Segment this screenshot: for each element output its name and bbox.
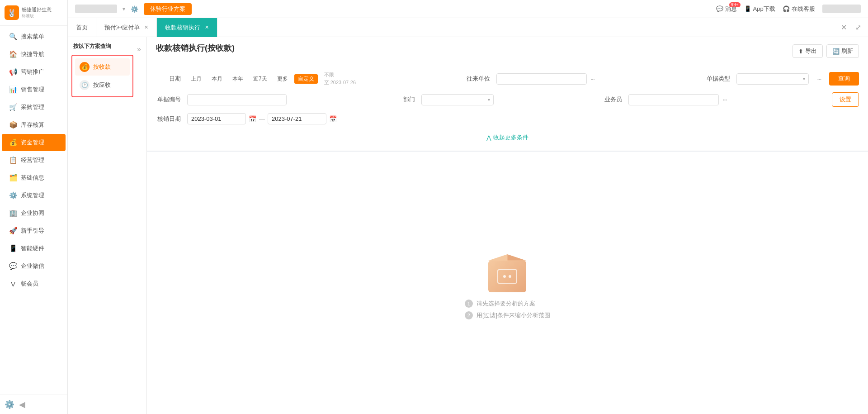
- refresh-btn[interactable]: 🔄 刷新: [826, 44, 859, 58]
- verify-date-from-cal-icon[interactable]: 📅: [249, 115, 256, 123]
- staff-more-btn[interactable]: ···: [721, 95, 728, 105]
- header-right: 💬 消息 99+ 📱 App下载 🎧 在线客服 user: [716, 5, 861, 13]
- empty-hint-2: 2 用[过滤]条件来缩小分析范围: [465, 311, 550, 319]
- left-panel-item-label-receipt: 按收款: [93, 63, 111, 71]
- left-panel-item-by-receivable[interactable]: 🕐 按应收: [75, 76, 130, 94]
- sidebar-item-marketing[interactable]: 📢 营销推广: [2, 63, 66, 81]
- empty-hint-1: 1 请先选择要分析的方案: [465, 300, 550, 308]
- tab-verify[interactable]: 收款核销执行 ✕: [157, 18, 217, 37]
- doc-no-input[interactable]: [187, 94, 287, 105]
- sidebar-item-management[interactable]: 📋 经营管理: [2, 152, 66, 169]
- doc-type-select[interactable]: [736, 73, 809, 85]
- sidebar-item-basic[interactable]: 🗂️ 基础信息: [2, 169, 66, 186]
- purchase-icon: 🛒: [9, 103, 17, 111]
- verify-date-to-cal-icon[interactable]: 📅: [329, 115, 337, 123]
- sidebar-item-wechat[interactable]: 💬 企业微信: [2, 257, 66, 275]
- sidebar-item-search[interactable]: 🔍 搜索菜单: [2, 28, 66, 45]
- query-btn[interactable]: 查询: [829, 72, 859, 86]
- sidebar-item-finance[interactable]: 💰 资金管理: [2, 134, 66, 151]
- wechat-icon: 💬: [9, 262, 17, 270]
- collapse-more-btn[interactable]: ⋀ 收起更多条件: [156, 131, 859, 144]
- date-btn-custom[interactable]: 自定义: [294, 74, 318, 84]
- box-body: [488, 261, 526, 292]
- staff-input[interactable]: [628, 94, 719, 105]
- sidebar-item-inventory[interactable]: 📦 库存核算: [2, 116, 66, 133]
- date-btn-7days[interactable]: 近7天: [250, 74, 271, 84]
- empty-state: 1 请先选择要分析的方案 2 用[过滤]条件来缩小分析范围: [465, 247, 550, 319]
- main-area: name ▾ ⚙️ 休验行业方案 💬 消息 99+ 📱 App下载 🎧 在线客服…: [68, 0, 868, 414]
- collapse-left-panel-btn[interactable]: »: [135, 43, 143, 55]
- member-icon: V: [9, 280, 17, 288]
- user-account[interactable]: user: [822, 5, 861, 13]
- sidebar-label-basic: 基础信息: [21, 174, 44, 182]
- tab-prepay-close[interactable]: ✕: [144, 24, 148, 30]
- doc-type-more-btn[interactable]: ···: [815, 74, 823, 84]
- home-icon: 🏠: [9, 50, 17, 58]
- eye-left: [503, 275, 506, 278]
- hint-num-2: 2: [465, 311, 473, 319]
- sidebar-label-collab: 企业协同: [21, 209, 44, 217]
- left-panel-items: 💰 按收款 🕐 按应收: [75, 58, 130, 94]
- sidebar-item-member[interactable]: V 畅会员: [2, 275, 66, 292]
- tab-home[interactable]: 首页: [68, 18, 96, 37]
- sidebar-label-wechat: 企业微信: [21, 262, 44, 270]
- counterpart-more-btn[interactable]: ···: [589, 74, 596, 84]
- date-label: 日期: [156, 75, 181, 83]
- export-btn[interactable]: ⬆ 导出: [793, 44, 823, 58]
- date-buttons: 上月 本月 本年 近7天 更多 自定义: [187, 74, 318, 84]
- sidebar-item-system[interactable]: ⚙️ 系统管理: [2, 187, 66, 204]
- sidebar-item-nav[interactable]: 🏠 快捷导航: [2, 46, 66, 63]
- sidebar-menu: 🔍 搜索菜单 🏠 快捷导航 📢 营销推广 📊 销售管理 🛒 采购管理 📦 库存核…: [0, 26, 67, 395]
- date-btn-more[interactable]: 更多: [274, 74, 292, 84]
- service-label: 在线客服: [792, 5, 815, 13]
- sidebar-label-system: 系统管理: [21, 191, 44, 200]
- hint-text-1: 请先选择要分析的方案: [476, 300, 535, 308]
- verify-date-from-input[interactable]: [187, 113, 246, 124]
- settings-btn[interactable]: 设置: [832, 92, 859, 107]
- box-eyes: [503, 275, 511, 278]
- verify-date-to-input[interactable]: [268, 113, 326, 124]
- left-panel-item-by-receipt[interactable]: 💰 按收款: [75, 58, 130, 76]
- tab-prepay[interactable]: 预付冲应付单 ✕: [96, 18, 157, 37]
- sidebar-item-purchase[interactable]: 🛒 采购管理: [2, 99, 66, 116]
- system-icon: ⚙️: [9, 191, 17, 200]
- page-header: 收款核销执行(按收款) ⬆ 导出 🔄 刷新: [147, 37, 868, 65]
- app-download-btn[interactable]: 📱 App下载: [744, 5, 775, 13]
- date-btn-this-year[interactable]: 本年: [229, 74, 247, 84]
- tab-verify-close[interactable]: ✕: [205, 24, 209, 30]
- expand-tab-icon[interactable]: ⤢: [852, 21, 864, 34]
- doc-type-label: 单据类型: [705, 75, 730, 83]
- sidebar-label-search: 搜索菜单: [21, 33, 44, 41]
- staff-label: 业务员: [597, 95, 622, 104]
- settings-bottom-icon[interactable]: ⚙️: [5, 400, 14, 409]
- gear-icon[interactable]: ⚙️: [131, 5, 138, 13]
- industry-btn[interactable]: 休验行业方案: [144, 3, 192, 15]
- date-to-info: 至 2023-07-26: [324, 79, 356, 86]
- sidebar-label-finance: 资金管理: [21, 138, 44, 147]
- app-label: App下载: [753, 5, 775, 13]
- inventory-icon: 📦: [9, 121, 17, 129]
- sidebar-item-hardware[interactable]: 📱 智能硬件: [2, 240, 66, 257]
- sidebar-item-collab[interactable]: 🏢 企业协同: [2, 205, 66, 222]
- close-tab-icon[interactable]: ✕: [837, 21, 850, 34]
- company-dropdown-icon[interactable]: ▾: [123, 6, 125, 12]
- refresh-icon: 🔄: [832, 48, 840, 55]
- sidebar-label-guide: 新手引导: [21, 227, 44, 235]
- sidebar-item-guide[interactable]: 🚀 新手引导: [2, 222, 66, 239]
- online-service-btn[interactable]: 🎧 在线客服: [783, 5, 815, 13]
- receipt-icon: 💰: [80, 62, 90, 72]
- eye-right: [509, 275, 511, 278]
- dept-select[interactable]: [421, 94, 494, 105]
- top-header: name ▾ ⚙️ 休验行业方案 💬 消息 99+ 📱 App下载 🎧 在线客服…: [68, 0, 868, 18]
- sidebar-label-nav: 快捷导航: [21, 50, 44, 58]
- date-btn-last-month[interactable]: 上月: [187, 74, 205, 84]
- date-btn-this-month[interactable]: 本月: [208, 74, 226, 84]
- counterpart-input[interactable]: [496, 73, 587, 85]
- message-btn[interactable]: 💬 消息 99+: [716, 5, 737, 13]
- sidebar-label-purchase: 采购管理: [21, 103, 44, 111]
- sidebar-label-marketing: 营销推广: [21, 68, 44, 76]
- sidebar-item-sales[interactable]: 📊 销售管理: [2, 81, 66, 98]
- sidebar-label-member: 畅会员: [21, 280, 38, 288]
- collapse-sidebar-icon[interactable]: ◀: [19, 400, 25, 409]
- counterpart-input-area: ···: [496, 73, 596, 85]
